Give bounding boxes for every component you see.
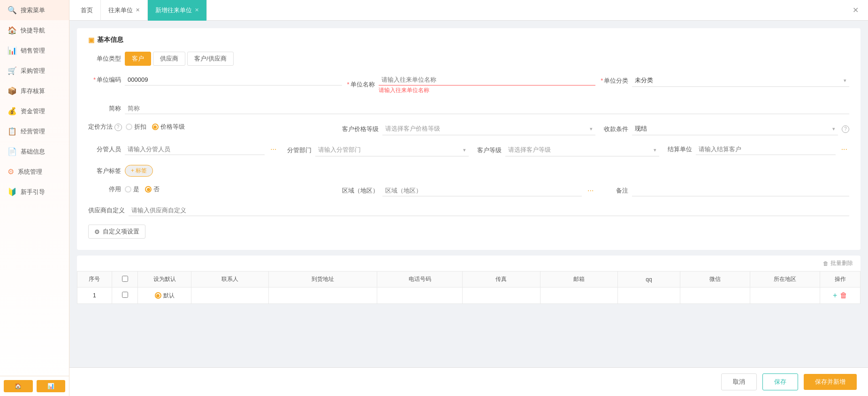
customer-level-select[interactable]: 请选择客户等级 ▾ [505, 144, 659, 156]
customer-level-label: 客户等级 [469, 146, 502, 155]
tab-new-partner[interactable]: 新增往来单位✕ [148, 0, 207, 21]
address-input[interactable] [295, 292, 351, 299]
row-qq[interactable] [618, 287, 680, 304]
th-col-10: 所在地区 [750, 272, 820, 287]
unit-category-select[interactable]: 未分类 ▾ [632, 74, 849, 87]
table-row: 1 默认 [77, 287, 860, 304]
save-and-new-button[interactable]: 保存并新增 [804, 374, 857, 390]
billing-unit-more-btn[interactable]: ··· [839, 145, 849, 154]
unit-name-field: *单位名称 请输入往来单位名称 [342, 74, 596, 94]
row-region[interactable] [750, 287, 820, 304]
custom-settings-button[interactable]: ⚙ 自定义项设置 [88, 225, 145, 239]
sidebar-item-finance[interactable]: 💰资金管理 [0, 101, 69, 121]
row-checkbox[interactable] [122, 292, 128, 298]
manager-field: 分管人员 ··· [88, 144, 279, 155]
row-checkbox-cell[interactable] [112, 287, 138, 304]
radio-yes-label: 是 [133, 185, 139, 194]
row-fax[interactable] [463, 287, 541, 304]
row-wechat[interactable] [680, 287, 750, 304]
manager-more-btn[interactable]: ··· [268, 145, 278, 154]
sidebar-item-guide[interactable]: 🔰新手引导 [0, 182, 69, 202]
wechat-input[interactable] [699, 292, 731, 299]
chevron-down-icon4: ▾ [463, 147, 466, 153]
billing-unit-input[interactable] [696, 144, 836, 155]
payment-terms-select[interactable]: 现结 ▾ [632, 123, 838, 135]
radio-no[interactable]: 否 [145, 185, 160, 194]
table-header: 序号设为默认联系人到货地址电话号码传真邮箱qq微信所在地区操作 [77, 272, 860, 287]
pricing-radio-group: 折扣 价格等级 [126, 123, 185, 131]
radio-no-dot [147, 188, 150, 191]
unit-code-input[interactable] [125, 74, 342, 85]
sidebar-item-operations[interactable]: 📋经营管理 [0, 121, 69, 141]
row-add-button[interactable]: + [833, 291, 837, 300]
type-btn-both[interactable]: 客户/供应商 [187, 52, 234, 66]
tab-partners[interactable]: 往来单位✕ [101, 0, 148, 21]
radio-no-label: 否 [153, 185, 160, 194]
dept-label: 分管部门 [279, 146, 312, 155]
fax-input[interactable] [482, 292, 520, 299]
sidebar-label-basic-info: 基础信息 [21, 148, 45, 156]
th-col-1 [112, 272, 138, 287]
batch-delete-button[interactable]: 🗑 批量删除 [823, 259, 853, 267]
manager-input[interactable] [125, 144, 265, 155]
sidebar-item-search[interactable]: 🔍搜索菜单 [0, 0, 69, 20]
row-default-radio[interactable]: 默认 [143, 292, 186, 300]
add-tag-button[interactable]: + 标签 [125, 165, 153, 177]
section-title-text: 基本信息 [97, 36, 123, 44]
sidebar-bottom: 🏠 📊 [0, 376, 69, 396]
chevron-down-icon3: ▾ [832, 126, 835, 132]
dept-select[interactable]: 请输入分管部门 ▾ [315, 144, 469, 156]
sidebar-item-sales[interactable]: 📊销售管理 [0, 40, 69, 61]
select-all-checkbox[interactable] [122, 276, 128, 282]
inventory-icon: 📦 [8, 86, 17, 95]
row-contact[interactable] [191, 287, 269, 304]
th-col-5: 电话号码 [377, 272, 463, 287]
sidebar-item-system[interactable]: ⚙系统管理 [0, 162, 69, 182]
short-name-input[interactable] [125, 103, 849, 114]
type-btn-supplier[interactable]: 供应商 [153, 52, 185, 66]
close-all-tabs-button[interactable]: ✕ [847, 6, 864, 15]
phone-input[interactable] [399, 292, 441, 299]
row-phone[interactable] [377, 287, 463, 304]
sidebar-item-quick-nav[interactable]: 🏠快捷导航 [0, 20, 69, 40]
save-button[interactable]: 保存 [762, 373, 798, 390]
th-col-6: 传真 [463, 272, 541, 287]
customer-price-label: 客户价格等级 [342, 125, 379, 133]
disable-field: 停用 是 否 [88, 185, 342, 194]
qq-input[interactable] [635, 292, 663, 299]
contact-input[interactable] [211, 292, 249, 299]
radio-no-circle [145, 186, 152, 193]
row-region-input[interactable] [769, 292, 801, 299]
tab-close-partners[interactable]: ✕ [136, 7, 140, 13]
help-icon2[interactable]: ? [842, 125, 849, 133]
radio-price-level[interactable]: 价格等级 [152, 123, 185, 131]
supplier-custom-input[interactable] [129, 205, 849, 216]
sidebar-bottom-btn2[interactable]: 📊 [37, 380, 66, 392]
code-name-category-row: *单位编码 *单位名称 请输入往来单位名称 *单位分类 [88, 74, 849, 94]
sidebar-bottom-btn1[interactable]: 🏠 [4, 380, 33, 392]
trash-icon: 🗑 [823, 260, 829, 267]
sidebar-item-purchase[interactable]: 🛒采购管理 [0, 61, 69, 81]
supplier-custom-field: 供应商自定义 [88, 205, 849, 216]
customer-price-select[interactable]: 请选择客户价格等级 ▾ [382, 123, 596, 135]
row-email[interactable] [540, 287, 618, 304]
notes-field: 备注 [595, 185, 849, 196]
sidebar-label-operations: 经营管理 [21, 127, 45, 136]
unit-name-input[interactable] [379, 74, 596, 85]
sidebar-item-basic-info[interactable]: 📄基础信息 [0, 141, 69, 162]
tab-close-new-partner[interactable]: ✕ [195, 7, 199, 13]
radio-yes[interactable]: 是 [125, 185, 139, 194]
cancel-button[interactable]: 取消 [721, 373, 757, 390]
help-icon[interactable]: ? [114, 124, 122, 131]
region-input[interactable] [382, 185, 582, 196]
row-address[interactable] [269, 287, 377, 304]
notes-input[interactable] [632, 185, 849, 196]
tab-home[interactable]: 首页 [73, 0, 101, 21]
unit-type-label: 单位类型 [88, 54, 121, 63]
email-input[interactable] [560, 292, 598, 299]
row-delete-button[interactable]: 🗑 [840, 291, 847, 300]
radio-discount[interactable]: 折扣 [126, 123, 146, 131]
type-btn-customer[interactable]: 客户 [125, 52, 151, 66]
sidebar-item-inventory[interactable]: 📦库存核算 [0, 81, 69, 101]
region-more-btn[interactable]: ··· [586, 186, 595, 195]
